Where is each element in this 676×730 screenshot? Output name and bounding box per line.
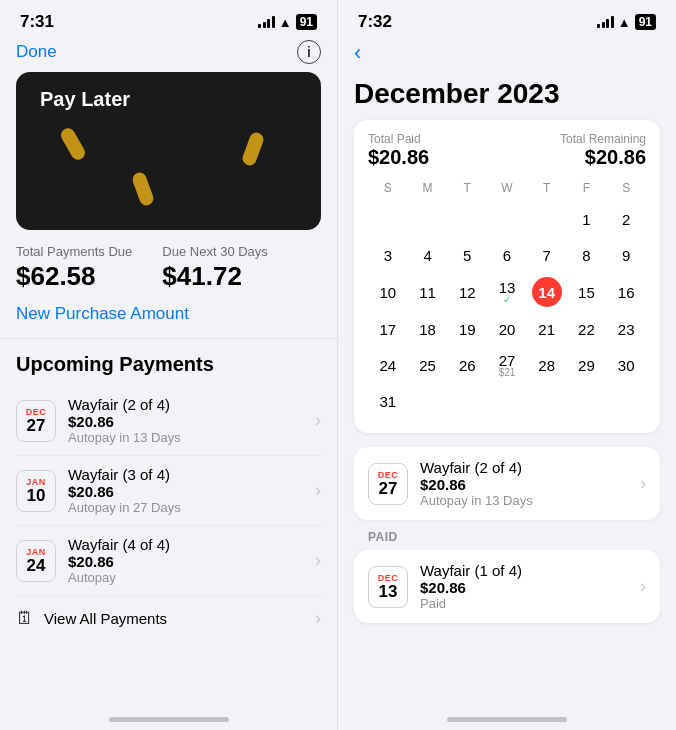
payment-info: Wayfair (4 of 4) $20.86 Autopay <box>68 536 303 585</box>
calendar-cell: 25 <box>408 347 448 383</box>
calendar-weekday: T <box>447 179 487 197</box>
total-paid-amount: $20.86 <box>368 146 429 169</box>
total-payments-amount: $62.58 <box>16 261 132 292</box>
signal-icon-right <box>597 16 614 28</box>
calendar-cell: 28 <box>527 347 567 383</box>
back-button[interactable]: ‹ <box>354 40 361 66</box>
calendar-cell: 31 <box>368 383 408 419</box>
top-nav-right: ‹ <box>338 36 676 74</box>
calendar-cell <box>408 201 448 237</box>
calendar-cell: 2 <box>606 201 646 237</box>
paid-info: Wayfair (1 of 4) $20.86 Paid <box>420 562 628 611</box>
calendar-cell: 8 <box>567 237 607 273</box>
day-number: 3 <box>384 247 392 264</box>
home-bar-left <box>109 717 229 722</box>
payment-name: Wayfair (3 of 4) <box>68 466 303 483</box>
payment-note: Autopay <box>68 570 303 585</box>
calendar-icon: 🗓 <box>16 608 34 629</box>
total-payments-label: Total Payments Due <box>16 244 132 259</box>
payment-item[interactable]: DEC 27 Wayfair (2 of 4) $20.86 Autopay i… <box>16 386 321 456</box>
calendar-cell: 12 <box>447 273 487 311</box>
day-number: 9 <box>622 247 630 264</box>
calendar-cell <box>606 383 646 419</box>
calendar-cell: 19 <box>447 311 487 347</box>
day-number: 1 <box>582 211 590 228</box>
event-amount: $21 <box>499 367 516 378</box>
calendar-weekday: T <box>527 179 567 197</box>
battery-icon-left: 91 <box>296 14 317 30</box>
upcoming-note: Autopay in 13 Days <box>420 493 628 508</box>
calendar-cell: 5 <box>447 237 487 273</box>
totals-section: Total Payments Due $62.58 Due Next 30 Da… <box>0 244 337 304</box>
calendar-cell: 15 <box>567 273 607 311</box>
day-number: 5 <box>463 247 471 264</box>
paid-amount: $20.86 <box>420 579 628 596</box>
month-title: December 2023 <box>338 74 676 120</box>
calendar-cell: 18 <box>408 311 448 347</box>
calendar-cell <box>447 201 487 237</box>
total-remaining-label: Total Remaining <box>560 132 646 146</box>
calendar-cell: 3 <box>368 237 408 273</box>
apple-pay-later-card: Pay Later <box>16 72 321 230</box>
day-number: 10 <box>380 284 397 301</box>
day-number: 12 <box>459 284 476 301</box>
status-bar-right: 7:32 ▲ 91 <box>338 0 676 36</box>
right-panel: 7:32 ▲ 91 ‹ December 2023 Total Paid $20… <box>338 0 676 730</box>
day-number: 19 <box>459 321 476 338</box>
upcoming-title: Upcoming Payments <box>16 353 321 376</box>
calendar-cell: 26 <box>447 347 487 383</box>
paid-day: 13 <box>379 583 398 600</box>
calendar-cell <box>408 383 448 419</box>
payment-chevron-icon: › <box>315 550 321 571</box>
day-number: 21 <box>538 321 555 338</box>
payment-amount: $20.86 <box>68 553 303 570</box>
home-bar-right <box>447 717 567 722</box>
day-number: 8 <box>582 247 590 264</box>
payment-info: Wayfair (2 of 4) $20.86 Autopay in 13 Da… <box>68 396 303 445</box>
view-all-button[interactable]: 🗓 View All Payments › <box>16 596 321 637</box>
calendar-summary: Total Paid $20.86 Total Remaining $20.86 <box>368 132 646 169</box>
calendar-cell <box>527 201 567 237</box>
day-number: 29 <box>578 357 595 374</box>
calendar-cell <box>527 383 567 419</box>
battery-icon-right: 91 <box>635 14 656 30</box>
calendar-cell: 7 <box>527 237 567 273</box>
calendar-header: SMTWTFS <box>368 179 646 197</box>
due-next-30: Due Next 30 Days $41.72 <box>162 244 268 292</box>
upcoming-payment-card[interactable]: DEC 27 Wayfair (2 of 4) $20.86 Autopay i… <box>354 447 660 520</box>
upcoming-name: Wayfair (2 of 4) <box>420 459 628 476</box>
payment-item[interactable]: JAN 10 Wayfair (3 of 4) $20.86 Autopay i… <box>16 456 321 526</box>
upcoming-day: 27 <box>379 480 398 497</box>
new-purchase-link[interactable]: New Purchase Amount <box>16 304 189 323</box>
payment-item[interactable]: JAN 24 Wayfair (4 of 4) $20.86 Autopay › <box>16 526 321 596</box>
day-number: 6 <box>503 247 511 264</box>
payment-name: Wayfair (4 of 4) <box>68 536 303 553</box>
new-purchase-section: New Purchase Amount <box>0 304 337 339</box>
card-decoration-2 <box>131 171 156 208</box>
day-number: 4 <box>423 247 431 264</box>
day-number: 2 <box>622 211 630 228</box>
total-paid-item: Total Paid $20.86 <box>368 132 429 169</box>
day-number: 17 <box>380 321 397 338</box>
calendar-cell: 29 <box>567 347 607 383</box>
calendar-cell <box>567 383 607 419</box>
info-icon[interactable]: i <box>297 40 321 64</box>
upcoming-info: Wayfair (2 of 4) $20.86 Autopay in 13 Da… <box>420 459 628 508</box>
wifi-icon-left: ▲ <box>279 15 292 30</box>
day-number: 25 <box>419 357 436 374</box>
day-number: 18 <box>419 321 436 338</box>
today-number: 14 <box>532 277 562 307</box>
date-badge: JAN 10 <box>16 470 56 512</box>
payment-chevron-icon: › <box>315 480 321 501</box>
card-decoration-1 <box>58 126 87 162</box>
day-number: 24 <box>380 357 397 374</box>
paid-payment-card[interactable]: DEC 13 Wayfair (1 of 4) $20.86 Paid › <box>354 550 660 623</box>
badge-day: 24 <box>27 557 46 574</box>
date-badge: JAN 24 <box>16 540 56 582</box>
day-number: 23 <box>618 321 635 338</box>
calendar-weekday: S <box>606 179 646 197</box>
day-number: 22 <box>578 321 595 338</box>
done-button[interactable]: Done <box>16 42 57 62</box>
payment-note: Autopay in 13 Days <box>68 430 303 445</box>
calendar-cell: 27$21 <box>487 347 527 383</box>
